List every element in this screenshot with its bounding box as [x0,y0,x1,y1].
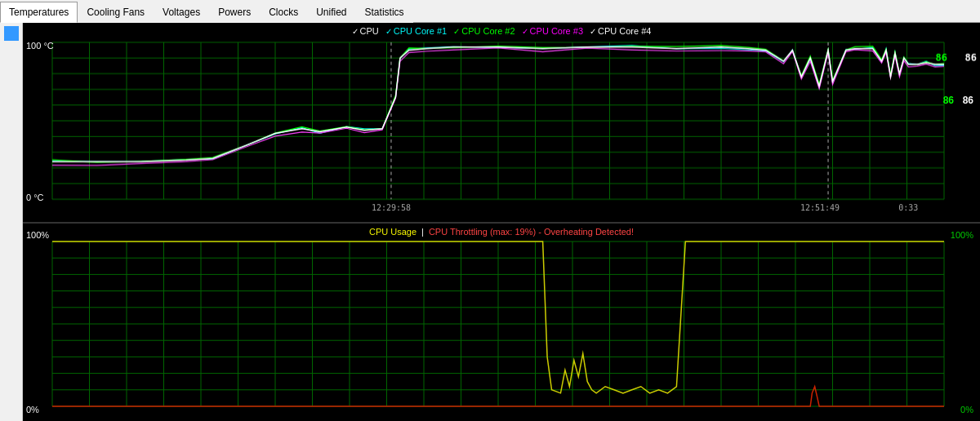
tab-cooling-fans[interactable]: Cooling Fans [78,2,154,23]
usage-y-bottom-right: 0% [960,405,973,414]
usage-chart: CPU Usage | CPU Throttling (max: 19%) - … [23,224,980,421]
tab-powers[interactable]: Powers [209,2,260,23]
temp-current-white: 86 [963,95,973,106]
tab-temperatures[interactable]: Temperatures [0,2,78,23]
tab-statistics[interactable]: Statistics [356,2,413,23]
main-content: ✓ CPU ✓ CPU Core #1 ✓ CPU Core #2 ✓ CPU … [0,23,980,421]
usage-y-bottom-left: 0% [26,405,39,414]
tab-bar: Temperatures Cooling Fans Voltages Power… [0,0,980,23]
blue-indicator [4,26,19,41]
tab-unified[interactable]: Unified [307,2,355,23]
temperature-canvas [23,23,980,222]
temperature-chart: ✓ CPU ✓ CPU Core #1 ✓ CPU Core #2 ✓ CPU … [23,23,980,224]
left-panel [0,23,23,421]
temp-y-top: 100 °C [26,41,54,51]
temp-current-green: 86 [943,95,954,106]
usage-y-top-left: 100% [26,230,49,240]
tab-voltages[interactable]: Voltages [154,2,209,23]
usage-canvas [23,224,980,421]
tab-clocks[interactable]: Clocks [260,2,307,23]
temp-y-bottom: 0 °C [26,193,44,202]
charts-container: ✓ CPU ✓ CPU Core #1 ✓ CPU Core #2 ✓ CPU … [23,23,980,421]
usage-y-top-right: 100% [951,230,973,240]
